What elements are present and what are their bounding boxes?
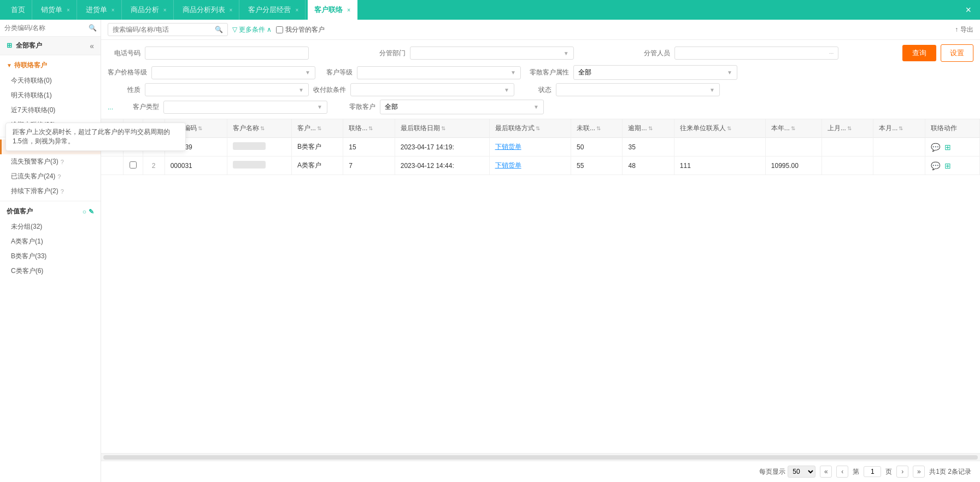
sidebar-value-group-title[interactable]: 价值客户 ○ ✎	[0, 204, 101, 219]
customer-type-input[interactable]	[168, 103, 315, 111]
search-icon[interactable]: 🔍	[215, 26, 223, 33]
nav-tab-analysis-list[interactable]: 商品分析列表 ×	[176, 0, 240, 20]
gender-input[interactable]	[150, 86, 296, 94]
th-contact[interactable]: 联络...⇅	[343, 119, 395, 138]
nav-tab-purchase-label: 进货单	[86, 5, 107, 15]
td-last-method-1[interactable]: 下销货单	[489, 138, 571, 156]
th-last-date[interactable]: 最后联络日期⇅	[395, 119, 489, 138]
th-last-method[interactable]: 最后联络方式⇅	[489, 119, 571, 138]
nav-tab-customer-segment-close[interactable]: ×	[295, 7, 298, 13]
nav-tab-customer-contact[interactable]: 客户联络 ×	[308, 0, 357, 20]
th-overdue[interactable]: 逾期...⇅	[623, 119, 674, 138]
dept-input[interactable]	[415, 49, 561, 57]
sidebar-item-declining[interactable]: 持续下滑客户(2) ?	[0, 184, 101, 199]
my-customers-checkbox[interactable]	[276, 26, 283, 33]
nav-tab-analysis[interactable]: 商品分析 ×	[124, 0, 174, 20]
td-this-year-1	[765, 138, 821, 156]
customer-level-select[interactable]: ▼	[357, 66, 521, 79]
th-name[interactable]: 客户名称⇅	[227, 119, 292, 138]
query-button[interactable]: 查询	[902, 45, 936, 61]
nav-tab-sales-close[interactable]: ×	[67, 7, 70, 13]
customer-type-select[interactable]: ▼	[163, 101, 327, 114]
retail-attr-value: 全部	[578, 68, 591, 77]
current-page-input[interactable]	[864, 466, 881, 477]
retail-customer-select[interactable]: 全部 ▼	[380, 100, 544, 114]
more-conditions-button[interactable]: ▽ 更多条件 ∧	[232, 25, 272, 34]
th-last-month[interactable]: 上月...⇅	[821, 119, 873, 138]
price-level-select[interactable]: ▼	[151, 66, 315, 79]
person-input[interactable]	[679, 49, 827, 57]
th-this-month[interactable]: 本月...⇅	[873, 119, 925, 138]
th-this-year[interactable]: 本年...⇅	[765, 119, 821, 138]
td-check-2[interactable]	[123, 156, 143, 175]
retail-customer-value: 全部	[385, 102, 398, 112]
td-last-method-2[interactable]: 下销货单	[489, 156, 571, 175]
person-input-field[interactable]: ···	[674, 47, 838, 60]
nav-tab-customer-contact-label: 客户联络	[314, 5, 343, 15]
sidebar-item-today[interactable]: 今天待联络(0)	[0, 73, 101, 88]
window-close-button[interactable]: ×	[961, 4, 976, 16]
status-select[interactable]: ▼	[556, 83, 720, 96]
retail-attr-select[interactable]: 全部 ▼	[573, 65, 737, 80]
sidebar-circle-icon[interactable]: ○	[83, 208, 86, 216]
payment-input[interactable]	[355, 86, 502, 94]
sidebar-edit-icon[interactable]: ✎	[89, 208, 94, 216]
last-page-button[interactable]: »	[913, 466, 925, 478]
phone-input-field[interactable]	[145, 47, 309, 60]
my-customers-checkbox-wrap[interactable]: 我分管的客户	[276, 25, 325, 34]
action-grid-icon-1[interactable]: ⊞	[944, 143, 951, 152]
sidebar-search-icon[interactable]: 🔍	[89, 24, 97, 32]
sidebar-item-churned[interactable]: 已流失客户(24) ?	[0, 169, 101, 184]
prev-page-button[interactable]: ‹	[836, 466, 848, 478]
total-records-label: 共1页 2条记录	[929, 467, 971, 477]
sidebar-all-customers-label: 全部客户	[16, 42, 42, 49]
td-unread-2: 55	[571, 156, 623, 175]
nav-tab-analysis-list-close[interactable]: ×	[230, 7, 233, 13]
next-page-button[interactable]: ›	[896, 466, 908, 478]
phone-input[interactable]	[150, 49, 304, 57]
nav-tab-home[interactable]: 首页	[4, 0, 32, 20]
td-last-date-2: 2023-04-12 14:44:	[395, 156, 489, 175]
search-input[interactable]	[113, 26, 213, 33]
nav-tab-analysis-close[interactable]: ×	[163, 7, 167, 13]
horizontal-scrollbar[interactable]	[103, 455, 978, 460]
nav-tab-sales[interactable]: 销货单 ×	[34, 0, 77, 20]
td-type-2: A类客户	[291, 156, 343, 175]
nav-tab-purchase[interactable]: 进货单 ×	[79, 0, 122, 20]
sidebar-item-b-class[interactable]: B类客户(33)	[0, 249, 101, 264]
sidebar-item-a-class[interactable]: A类客户(1)	[0, 234, 101, 249]
th-type[interactable]: 客户...⇅	[291, 119, 343, 138]
dept-select[interactable]: ▼	[410, 47, 574, 60]
per-page-select[interactable]: 50 20 100	[788, 466, 815, 478]
extra-conditions[interactable]: ...	[108, 103, 113, 111]
action-chat-icon-1[interactable]: 💬	[931, 143, 940, 152]
action-chat-icon-2[interactable]: 💬	[931, 161, 940, 170]
sidebar-search-input[interactable]	[4, 24, 86, 32]
sidebar-item-c-class[interactable]: C类客户(6)	[0, 264, 101, 278]
status-label: 状态	[519, 85, 551, 95]
price-level-input[interactable]	[156, 69, 303, 77]
sidebar-item-7days[interactable]: 近7天待联络(0)	[0, 103, 101, 118]
sidebar-item-ungrouped[interactable]: 未分组(32)	[0, 219, 101, 234]
nav-tab-customer-segment[interactable]: 客户分层经营 ×	[242, 0, 306, 20]
nav-tab-customer-contact-close[interactable]: ×	[347, 7, 350, 13]
export-button[interactable]: ↑ 导出	[955, 25, 973, 34]
sidebar-collapse-button[interactable]: «	[90, 42, 94, 50]
nav-tab-purchase-close[interactable]: ×	[112, 7, 115, 13]
first-page-button[interactable]: «	[820, 466, 832, 478]
setting-button[interactable]: 设置	[941, 44, 973, 62]
gender-select[interactable]: ▼	[145, 83, 309, 96]
row2-checkbox[interactable]	[130, 161, 137, 169]
th-unread[interactable]: 未联...⇅	[571, 119, 623, 138]
sidebar-item-tomorrow[interactable]: 明天待联络(1)	[0, 88, 101, 103]
retail-attr-chevron-down-icon: ▼	[727, 69, 732, 76]
sidebar-item-churn-warning[interactable]: 流失预警客户(3) ?	[0, 154, 101, 169]
action-grid-icon-2[interactable]: ⊞	[944, 161, 951, 170]
status-input[interactable]	[561, 86, 707, 94]
sidebar-pending-group-title[interactable]: ▼ 待联络客户	[0, 57, 101, 73]
nav-tab-analysis-label: 商品分析	[131, 5, 159, 15]
th-unit-contact[interactable]: 往来单位联系人⇅	[674, 119, 765, 138]
td-contact-1: 15	[343, 138, 395, 156]
customer-level-input[interactable]	[362, 69, 508, 77]
payment-select[interactable]: ▼	[350, 83, 514, 96]
